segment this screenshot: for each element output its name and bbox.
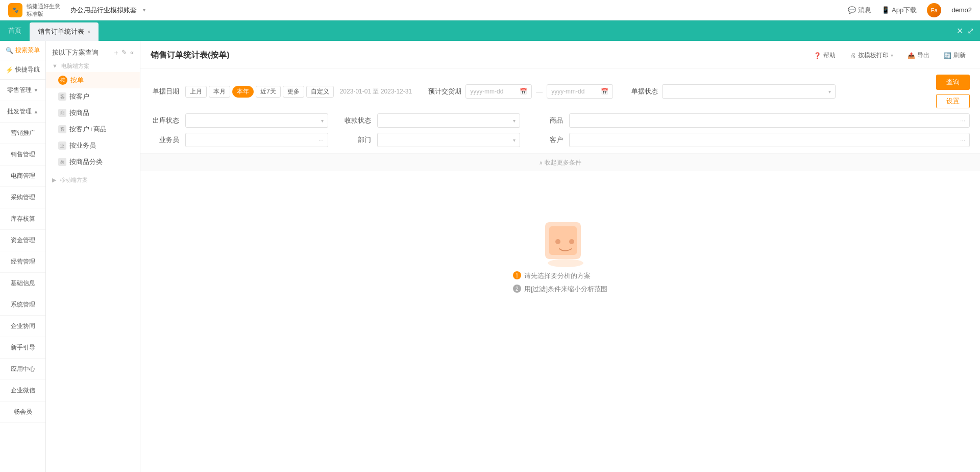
dept-chevron-icon: ▾ xyxy=(513,137,516,143)
dept-select[interactable]: ▾ xyxy=(377,133,520,147)
tree-item-by-customer-goods[interactable]: 客 按客户+商品 xyxy=(46,121,140,137)
sidebar-item-inventory[interactable]: 库存核算 xyxy=(0,208,45,230)
export-icon: 📤 xyxy=(908,52,915,59)
tree-item-by-salesman[interactable]: 业 按业务员 xyxy=(46,137,140,154)
tree-icon-by-category: 类 xyxy=(58,158,66,166)
help-btn[interactable]: ❓ 帮助 xyxy=(810,49,840,62)
sidebar-item-search-menu[interactable]: 🔍 搜索菜单 xyxy=(0,41,45,60)
app-download-btn[interactable]: 📱 App下载 xyxy=(881,6,917,15)
sidebar-item-member[interactable]: 畅会员 xyxy=(0,402,45,423)
print-btn[interactable]: 🖨 按模板打印 ▾ xyxy=(846,49,897,62)
more-date-btn[interactable]: 更多 xyxy=(283,86,304,98)
expected-date-end[interactable]: yyyy-mm-dd 📅 xyxy=(547,84,613,99)
help-icon: ❓ xyxy=(814,52,821,59)
add-scheme-icon[interactable]: + xyxy=(114,49,118,57)
expected-date-label: 预计交货期 xyxy=(428,87,461,96)
action-btn-group: 查询 设置 xyxy=(936,75,970,108)
tree-icon-by-goods: 商 xyxy=(58,109,66,117)
tree-item-by-order[interactable]: 按 按单 xyxy=(46,72,140,88)
7days-btn[interactable]: 近7天 xyxy=(256,86,281,98)
sidebar-item-system[interactable]: 系统管理 xyxy=(0,294,45,316)
top-bar: 🐾 畅捷通好生意 标准版 办公用品行业模拟账套 ▾ 💬 消息 📱 App下载 E… xyxy=(0,0,980,20)
customer-label: 客户 xyxy=(534,135,563,145)
tree-icon-by-customer: 客 xyxy=(58,92,66,101)
sidebar-item-purchase[interactable]: 采购管理 xyxy=(0,187,45,208)
tree-icon-by-salesman: 业 xyxy=(58,141,66,150)
page-title: 销售订单统计表(按单) xyxy=(151,50,230,61)
tree-icon-by-customer-goods: 客 xyxy=(58,125,66,133)
svg-point-4 xyxy=(569,239,574,244)
window-close-icon[interactable]: ✕ xyxy=(957,26,963,36)
sidebar-item-quick-nav[interactable]: ⚡ 快捷导航 xyxy=(0,60,45,80)
salesman-more-icon: ··· xyxy=(318,136,324,144)
logo-text: 畅捷通好生意 标准版 xyxy=(27,3,60,17)
sidebar-item-marketing[interactable]: 营销推广 xyxy=(0,123,45,144)
collapse-bar[interactable]: ∧ 收起更多条件 xyxy=(140,154,980,171)
sidebar-item-sales[interactable]: 销售管理 xyxy=(0,144,45,166)
receive-status-select[interactable]: ▾ xyxy=(377,113,520,128)
sidebar-item-operations[interactable]: 经营管理 xyxy=(0,251,45,273)
sidebar-item-newbie[interactable]: 新手引导 xyxy=(0,337,45,359)
message-btn[interactable]: 💬 消息 xyxy=(848,6,871,15)
empty-illustration xyxy=(535,212,586,263)
expected-date-start[interactable]: yyyy-mm-dd 📅 xyxy=(465,84,532,99)
status-select[interactable]: ▾ xyxy=(662,84,836,99)
edit-scheme-icon[interactable]: ✎ xyxy=(121,49,127,57)
app-title[interactable]: 办公用品行业模拟账套 xyxy=(70,6,137,15)
export-btn[interactable]: 📤 导出 xyxy=(903,49,934,62)
tree-item-by-category[interactable]: 类 按商品分类 xyxy=(46,154,140,170)
sidebar-item-wholesale[interactable]: 批发管理 ▲ xyxy=(0,101,45,123)
empty-svg xyxy=(535,212,596,268)
sidebar-item-appcenter[interactable]: 应用中心 xyxy=(0,359,45,380)
layout: 🔍 搜索菜单 ⚡ 快捷导航 零售管理 ▼ 批发管理 ▲ 营销推广 销售管理 电商… xyxy=(0,41,980,472)
sidebar-item-retail[interactable]: 零售管理 ▼ xyxy=(0,80,45,101)
filter-row-3: 业务员 ··· 部门 ▾ 客户 ··· xyxy=(151,133,970,147)
download-icon: 📱 xyxy=(881,6,890,14)
top-bar-right: 💬 消息 📱 App下载 Ea demo2 xyxy=(848,3,972,17)
header-actions: ❓ 帮助 🖨 按模板打印 ▾ 📤 导出 🔄 刷新 xyxy=(810,49,970,62)
refresh-icon: 🔄 xyxy=(944,52,951,59)
sidebar-item-finance[interactable]: 资金管理 xyxy=(0,230,45,251)
refresh-btn[interactable]: 🔄 刷新 xyxy=(940,49,970,62)
customer-input[interactable]: ··· xyxy=(569,133,970,147)
tip-num-1: 1 xyxy=(513,271,521,279)
quicknav-icon: ⚡ xyxy=(6,66,13,74)
salesman-input[interactable]: ··· xyxy=(185,133,328,147)
tab-active[interactable]: 销售订单统计表 × xyxy=(30,22,99,41)
date-sep: — xyxy=(536,88,543,96)
print-dropdown-icon[interactable]: ▾ xyxy=(891,53,893,58)
query-btn[interactable]: 查询 xyxy=(936,75,970,90)
date-quick-btns: 上月 本月 本年 近7天 更多 自定义 2023-01-01 至 2023-12… xyxy=(185,86,412,98)
set-btn[interactable]: 设置 xyxy=(936,94,970,108)
customer-more-icon: ··· xyxy=(960,136,965,144)
sidebar-item-wechat[interactable]: 企业微信 xyxy=(0,380,45,402)
custom-date-btn[interactable]: 自定义 xyxy=(306,86,334,98)
tab-home[interactable]: 首页 xyxy=(0,20,30,41)
tab-close-icon[interactable]: × xyxy=(87,29,90,35)
out-status-chevron-icon: ▾ xyxy=(321,118,324,124)
avatar[interactable]: Ea xyxy=(927,3,941,17)
empty-state: 1 请先选择要分析的方案 2 用[过滤]条件来缩小分析范围 xyxy=(140,171,980,335)
this-year-btn[interactable]: 本年 xyxy=(232,86,254,98)
sidebar: 🔍 搜索菜单 ⚡ 快捷导航 零售管理 ▼ 批发管理 ▲ 营销推广 销售管理 电商… xyxy=(0,41,46,472)
date-label: 单据日期 xyxy=(151,87,179,96)
calendar-icon-end: 📅 xyxy=(601,88,608,95)
username-label[interactable]: demo2 xyxy=(951,6,972,14)
this-month-btn[interactable]: 本月 xyxy=(209,86,230,98)
tree-section-desktop: ▼ 电脑端方案 xyxy=(46,60,140,72)
tree-item-by-goods[interactable]: 商 按商品 xyxy=(46,105,140,121)
salesman-label: 业务员 xyxy=(151,135,179,145)
prev-month-btn[interactable]: 上月 xyxy=(185,86,207,98)
expected-date-group: 预计交货期 yyyy-mm-dd 📅 — yyyy-mm-dd 📅 xyxy=(428,84,613,99)
window-expand-icon[interactable]: ⤢ xyxy=(967,26,974,36)
sidebar-item-basic[interactable]: 基础信息 xyxy=(0,273,45,294)
status-group: 单据状态 ▾ xyxy=(629,84,930,99)
out-status-select[interactable]: ▾ xyxy=(185,113,328,128)
tree-item-by-customer[interactable]: 客 按客户 xyxy=(46,88,140,105)
sidebar-item-enterprise[interactable]: 企业协同 xyxy=(0,316,45,337)
goods-input[interactable]: ··· xyxy=(569,113,970,128)
sidebar-item-ecommerce[interactable]: 电商管理 xyxy=(0,166,45,187)
app-title-dropdown-icon[interactable]: ▾ xyxy=(143,7,145,13)
collapse-panel-icon[interactable]: « xyxy=(130,49,134,57)
filter-row-1: 单据日期 上月 本月 本年 近7天 更多 自定义 2023-01-01 至 20… xyxy=(151,75,970,108)
